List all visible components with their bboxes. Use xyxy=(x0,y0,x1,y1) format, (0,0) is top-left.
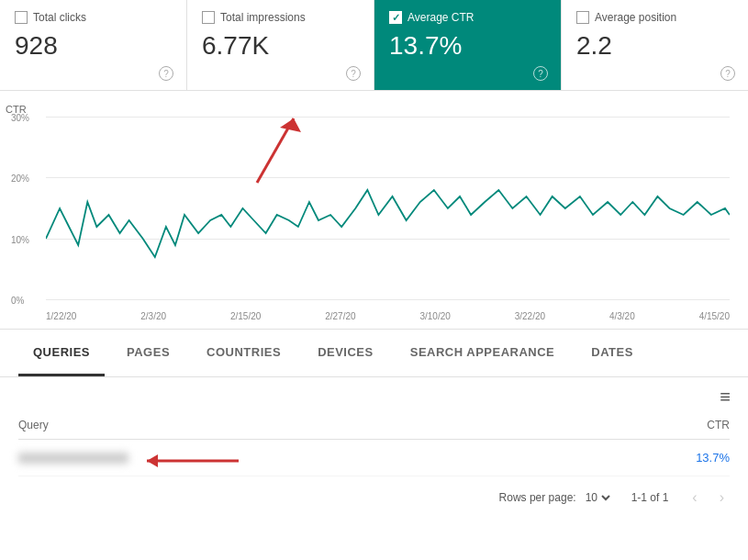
x-label-0: 1/22/20 xyxy=(46,311,76,321)
x-label-6: 4/3/20 xyxy=(609,311,635,321)
metric-card-impressions[interactable]: Total impressions 6.77K ? xyxy=(187,0,374,90)
table-area: ≡ Query CTR 13.7% xyxy=(0,377,748,476)
table-header: Query CTR xyxy=(18,411,730,440)
metric-card-header-position: Average position xyxy=(576,11,733,24)
col-ctr-header: CTR xyxy=(707,419,730,431)
metric-checkbox-impressions[interactable] xyxy=(202,11,215,24)
x-label-2: 2/15/20 xyxy=(230,311,261,321)
help-icon-impressions[interactable]: ? xyxy=(346,66,361,81)
help-icon-position[interactable]: ? xyxy=(720,66,735,81)
next-page-button[interactable]: › xyxy=(714,487,730,508)
x-label-1: 2/3/20 xyxy=(140,311,166,321)
tab-dates[interactable]: DATES xyxy=(576,330,648,376)
grid-label-10: 10% xyxy=(11,234,29,244)
checkmark-icon: ✓ xyxy=(392,12,400,24)
metric-card-header: Total clicks xyxy=(15,11,172,24)
metric-label-position: Average position xyxy=(595,11,676,24)
metric-card-position[interactable]: Average position 2.2 ? xyxy=(562,0,748,90)
col-query-header: Query xyxy=(18,419,49,431)
metric-value-ctr: 13.7% xyxy=(389,31,546,61)
metric-value-clicks: 928 xyxy=(15,31,172,61)
metric-label-ctr: Average CTR xyxy=(407,11,474,24)
help-icon-ctr[interactable]: ? xyxy=(533,66,548,81)
chart-svg xyxy=(46,117,730,300)
x-label-4: 3/10/20 xyxy=(419,311,450,321)
x-label-3: 2/27/20 xyxy=(325,311,355,321)
grid-label-0: 0% xyxy=(11,296,24,306)
metric-checkbox-position[interactable] xyxy=(576,11,589,24)
x-label-7: 4/15/20 xyxy=(699,311,730,321)
grid-label-30: 30% xyxy=(11,113,29,123)
row-ctr-value: 13.7% xyxy=(696,451,730,465)
metric-card-header-ctr: ✓ Average CTR xyxy=(389,11,546,24)
rows-per-page-text: Rows per page: xyxy=(499,491,576,504)
pagination: Rows per page: 10 25 50 1-1 of 1 ‹ › xyxy=(0,476,748,519)
tab-search-appearance[interactable]: SEARCH APPEARANCE xyxy=(396,330,570,376)
x-labels: 1/22/20 2/3/20 2/15/20 2/27/20 3/10/20 3… xyxy=(46,311,730,321)
tab-countries[interactable]: COUNTRIES xyxy=(192,330,296,376)
tabs-row: QUERIES PAGES COUNTRIES DEVICES SEARCH A… xyxy=(0,330,748,377)
tab-pages[interactable]: PAGES xyxy=(112,330,184,376)
x-label-5: 3/22/20 xyxy=(515,311,545,321)
ctr-line xyxy=(46,190,730,257)
metric-checkbox-ctr[interactable]: ✓ xyxy=(389,11,402,24)
metrics-row: Total clicks 928 ? Total impressions 6.7… xyxy=(0,0,748,91)
table-toolbar: ≡ xyxy=(18,377,730,411)
tab-queries[interactable]: QUERIES xyxy=(18,330,105,376)
query-blurred-value xyxy=(18,453,128,464)
page-info: 1-1 of 1 xyxy=(631,491,669,504)
prev-page-button[interactable]: ‹ xyxy=(687,487,702,508)
table-red-arrow xyxy=(138,447,248,475)
metric-card-ctr[interactable]: ✓ Average CTR 13.7% ? xyxy=(374,0,562,90)
metric-value-position: 2.2 xyxy=(576,31,733,61)
metric-card-total-clicks[interactable]: Total clicks 928 ? xyxy=(0,0,187,90)
metric-value-impressions: 6.77K xyxy=(202,31,359,61)
metric-label-impressions: Total impressions xyxy=(220,11,306,24)
svg-marker-3 xyxy=(147,454,158,467)
grid-label-20: 20% xyxy=(11,174,29,184)
table-row: 13.7% xyxy=(18,440,730,476)
filter-icon[interactable]: ≡ xyxy=(720,386,730,408)
rows-per-page-label: Rows per page: 10 25 50 xyxy=(499,490,613,505)
metric-label-clicks: Total clicks xyxy=(33,11,86,24)
chart-area: CTR 30% 20% 10% 0% 1/22/20 2/3/20 2/15/2… xyxy=(0,91,748,330)
metric-checkbox-clicks[interactable] xyxy=(15,11,28,24)
rows-per-page-select[interactable]: 10 25 50 xyxy=(582,490,613,505)
metric-card-header-impressions: Total impressions xyxy=(202,11,359,24)
help-icon-clicks[interactable]: ? xyxy=(159,66,173,81)
tab-devices[interactable]: DEVICES xyxy=(303,330,388,376)
